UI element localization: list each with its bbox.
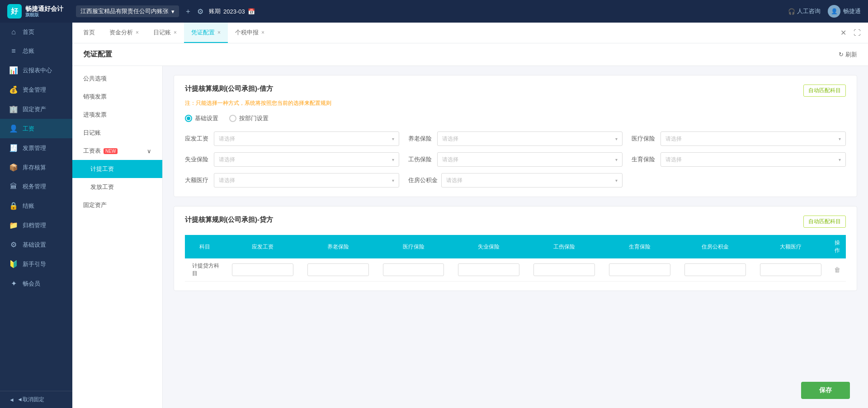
- refresh-icon: ↻: [839, 51, 844, 58]
- new-badge: NEW: [104, 148, 118, 154]
- sidebar-label-tax: 税务管理: [23, 183, 46, 191]
- tab-home[interactable]: 首页: [76, 23, 102, 43]
- page-header: 凭证配置 ↻ 刷新: [72, 43, 868, 66]
- sidebar-label-reports: 云报表中心: [23, 66, 52, 75]
- cell-work-injury: [527, 258, 602, 281]
- tab-voucher[interactable]: 凭证配置 ×: [184, 23, 228, 43]
- nav-salary-table[interactable]: 工资表 NEW ∨: [72, 142, 162, 160]
- sidebar-item-reports[interactable]: 📊 云报表中心: [0, 61, 72, 80]
- logo-icon: 好: [7, 4, 22, 19]
- big-medical-select[interactable]: 请选择 ▾: [214, 173, 399, 188]
- input-housing-fund[interactable]: [684, 263, 746, 276]
- nav-public[interactable]: 公共选项: [72, 70, 162, 88]
- sidebar-item-invoice[interactable]: 🧾 发票管理: [0, 138, 72, 158]
- sidebar-item-fixed[interactable]: 🏢 固定资产: [0, 99, 72, 119]
- tab-expand-icon[interactable]: ⛶: [852, 27, 863, 39]
- sidebar-label-home: 首页: [23, 28, 34, 36]
- logo-area: 好 畅捷通好会计 旗舰版: [7, 4, 71, 19]
- credit-auto-match-button[interactable]: 自动匹配科目: [803, 216, 846, 228]
- content-area: 首页 资金分析 × 日记账 × 凭证配置 × 个税申报 × ✕ ⛶: [72, 23, 868, 408]
- sidebar-item-tax[interactable]: 🏛 税务管理: [0, 177, 72, 196]
- medical-select[interactable]: 请选择 ▾: [660, 131, 846, 146]
- work-injury-select[interactable]: 请选择 ▾: [437, 152, 623, 167]
- sidebar-item-settings[interactable]: ⚙ 基础设置: [0, 235, 72, 254]
- sidebar-item-capital[interactable]: 💰 资金管理: [0, 80, 72, 99]
- cell-housing-fund: [677, 258, 753, 281]
- th-unemployment: 失业保险: [451, 235, 527, 258]
- radio-basic[interactable]: 基础设置: [185, 114, 218, 122]
- debit-auto-match-button[interactable]: 自动匹配科目: [803, 84, 846, 97]
- input-unemployment[interactable]: [458, 263, 519, 276]
- th-subject: 科目: [185, 235, 225, 258]
- sidebar-item-close[interactable]: 🔒 结账: [0, 196, 72, 216]
- ledger-icon: ≡: [9, 47, 18, 55]
- input-work-injury[interactable]: [533, 263, 595, 276]
- form-row-housing-fund: 住房公积金 请选择 ▾: [408, 173, 623, 188]
- delete-row-icon[interactable]: 🗑: [834, 266, 840, 273]
- tab-tax[interactable]: 个税申报 ×: [228, 23, 272, 43]
- input-medical[interactable]: [383, 263, 444, 276]
- cancel-fixed-icon: ◄: [9, 397, 14, 403]
- tab-bar: 首页 资金分析 × 日记账 × 凭证配置 × 个税申报 × ✕ ⛶: [72, 23, 868, 43]
- calendar-icon[interactable]: 📅: [248, 8, 255, 15]
- tab-capital-close[interactable]: ×: [136, 29, 139, 36]
- tab-voucher-close[interactable]: ×: [217, 29, 221, 36]
- user-info[interactable]: 👤 畅捷通: [828, 5, 861, 18]
- nav-salary-pay[interactable]: 发放工资: [72, 178, 162, 196]
- unemployment-placeholder: 请选择: [219, 156, 235, 164]
- tab-capital-label: 资金分析: [109, 28, 133, 37]
- salary-select[interactable]: 请选择 ▾: [214, 131, 399, 146]
- work-injury-placeholder: 请选择: [442, 156, 458, 164]
- sidebar-item-salary[interactable]: 👤 工资: [0, 119, 72, 138]
- sidebar-item-archive[interactable]: 📁 归档管理: [0, 216, 72, 235]
- save-button[interactable]: 保存: [801, 382, 850, 399]
- service-button[interactable]: 🎧 人工咨询: [788, 7, 821, 15]
- housing-fund-select[interactable]: 请选择 ▾: [441, 173, 623, 188]
- home-icon: ⌂: [9, 28, 18, 36]
- table-row: 计提贷方科目 🗑: [185, 258, 846, 281]
- cancel-fixed-button[interactable]: ◄ ◄取消固定: [0, 391, 72, 408]
- unemployment-select[interactable]: 请选择 ▾: [214, 152, 399, 167]
- nav-journal[interactable]: 日记账: [72, 124, 162, 142]
- input-maternity[interactable]: [609, 263, 670, 276]
- debit-section: 计提核算规则(公司承担)-借方 自动匹配科目 注：只能选择一种方式，系统将按照您…: [174, 75, 857, 197]
- pension-placeholder: 请选择: [442, 135, 458, 143]
- sidebar-item-member[interactable]: ✦ 畅会员: [0, 274, 72, 293]
- input-salary[interactable]: [232, 263, 293, 276]
- input-big-medical[interactable]: [760, 263, 821, 276]
- inner-layout: 公共选项 销项发票 进项发票 日记账 工资表 NEW ∨: [72, 66, 868, 408]
- settings-icon[interactable]: ⚙: [197, 7, 203, 16]
- radio-dept[interactable]: 按部门设置: [229, 114, 269, 122]
- th-maternity: 生育保险: [602, 235, 678, 258]
- nav-sales[interactable]: 销项发票: [72, 88, 162, 106]
- nav-salary-accrue[interactable]: 计提工资: [72, 160, 162, 178]
- sidebar-item-home[interactable]: ⌂ 首页: [0, 23, 72, 42]
- th-housing-fund: 住房公积金: [677, 235, 753, 258]
- capital-icon: 💰: [9, 85, 18, 94]
- username: 畅捷通: [843, 7, 861, 15]
- save-btn-area: 保存: [801, 382, 850, 399]
- tab-journal[interactable]: 日记账 ×: [146, 23, 184, 43]
- sidebar-label-ledger: 总账: [23, 47, 34, 55]
- refresh-button[interactable]: ↻ 刷新: [839, 51, 857, 59]
- company-selector[interactable]: 江西服宝精品有限责任公司内账张 ▾: [76, 5, 179, 17]
- tab-journal-close[interactable]: ×: [174, 29, 177, 36]
- sidebar-item-inventory[interactable]: 📦 库存核算: [0, 158, 72, 177]
- nav-purchase[interactable]: 进项发票: [72, 106, 162, 124]
- tab-capital[interactable]: 资金分析 ×: [102, 23, 146, 43]
- pension-select[interactable]: 请选择 ▾: [437, 131, 623, 146]
- add-button[interactable]: ＋: [184, 7, 192, 16]
- account-period: 账期 2023-03 📅: [209, 7, 255, 15]
- sidebar-item-ledger[interactable]: ≡ 总账: [0, 42, 72, 61]
- input-pension[interactable]: [307, 263, 369, 276]
- cell-maternity: [602, 258, 678, 281]
- nav-fixed-assets[interactable]: 固定资产: [72, 196, 162, 214]
- sidebar-item-guide[interactable]: 🔰 新手引导: [0, 254, 72, 274]
- maternity-arrow: ▾: [839, 157, 841, 162]
- tab-close-icon[interactable]: ✕: [839, 27, 848, 39]
- maternity-select[interactable]: 请选择 ▾: [660, 152, 846, 167]
- period-label: 账期: [209, 7, 221, 15]
- maternity-label: 生育保险: [632, 155, 657, 164]
- tab-tax-close[interactable]: ×: [261, 29, 264, 36]
- th-big-medical: 大额医疗: [753, 235, 828, 258]
